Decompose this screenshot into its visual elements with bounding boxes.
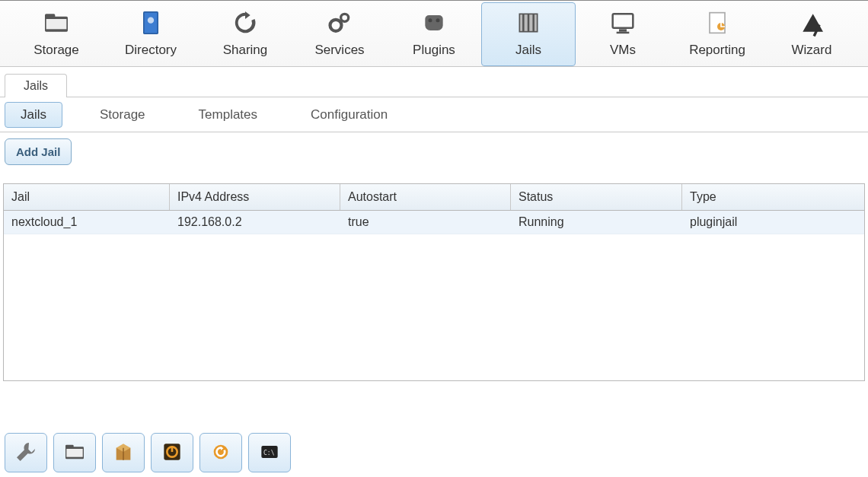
tool-directory[interactable]: Directory (104, 2, 198, 66)
wrench-icon (14, 440, 38, 466)
refresh-icon (230, 8, 260, 38)
tool-plugins-label: Plugins (413, 43, 455, 58)
grid-body: nextcloud_1 192.168.0.2 true Running plu… (4, 211, 864, 380)
tool-plugins[interactable]: Plugins (387, 2, 481, 66)
svg-text:C:\: C:\ (263, 450, 275, 456)
grid-header-row: Jail IPv4 Address Autostart Status Type (4, 184, 864, 211)
svg-rect-15 (619, 29, 627, 31)
box-icon (111, 440, 136, 466)
tool-reporting-label: Reporting (689, 43, 745, 58)
tool-services[interactable]: Services (292, 2, 387, 66)
gears-icon (324, 8, 355, 38)
actionbar: Add Jail (0, 132, 868, 183)
subtab-label: Configuration (311, 107, 388, 122)
tool-sharing-label: Sharing (223, 43, 268, 58)
subtab-templates[interactable]: Templates (183, 102, 273, 128)
page-tab-jails[interactable]: Jails (5, 74, 67, 97)
jail-upload-button[interactable] (102, 433, 145, 472)
tool-storage[interactable]: Storage (9, 2, 104, 66)
svg-point-9 (436, 18, 440, 22)
tool-wizard[interactable]: Wizard (764, 2, 859, 66)
subtab-label: Jails (21, 107, 46, 122)
tool-wizard-label: Wizard (792, 43, 832, 58)
subtabs: Jails Storage Templates Configuration (0, 97, 868, 132)
col-type[interactable]: Type (682, 184, 864, 210)
col-status[interactable]: Status (511, 184, 682, 210)
jail-shell-button[interactable]: C:\ (248, 433, 291, 472)
col-ipv4[interactable]: IPv4 Address (170, 184, 340, 210)
jail-icon (513, 8, 544, 38)
svg-rect-21 (65, 444, 74, 448)
wizard-icon (796, 8, 827, 38)
tool-vms[interactable]: VMs (576, 2, 670, 66)
cell-type: pluginjail (682, 211, 864, 234)
folder-icon (41, 8, 72, 38)
col-autostart[interactable]: Autostart (340, 184, 511, 210)
svg-point-8 (429, 18, 432, 22)
tool-sharing[interactable]: Sharing (198, 2, 292, 66)
tool-vms-label: VMs (610, 43, 636, 58)
svg-point-7 (341, 14, 349, 21)
plugin-icon (419, 8, 449, 38)
svg-rect-2 (46, 19, 67, 29)
page-tabstrip: Jails (0, 67, 868, 97)
monitor-icon (608, 8, 638, 38)
add-jail-label: Add Jail (16, 145, 60, 158)
subtab-label: Storage (100, 107, 145, 122)
svg-rect-1 (45, 14, 55, 19)
edit-jail-button[interactable] (5, 433, 47, 472)
bottom-actions: C:\ (5, 433, 291, 472)
shell-icon: C:\ (257, 440, 282, 466)
jail-restart-button[interactable] (199, 433, 242, 472)
svg-point-5 (148, 17, 154, 24)
book-icon (136, 8, 166, 38)
power-on-icon (160, 440, 184, 466)
report-icon (702, 8, 732, 38)
svg-point-6 (330, 20, 342, 31)
tool-storage-label: Storage (34, 43, 79, 58)
jails-grid: Jail IPv4 Address Autostart Status Type … (3, 183, 865, 381)
folder-icon (62, 440, 87, 466)
tool-reporting[interactable]: Reporting (670, 2, 764, 66)
table-row[interactable]: nextcloud_1 192.168.0.2 true Running plu… (4, 211, 864, 234)
cell-ipv4: 192.168.0.2 (170, 211, 340, 234)
jail-start-button[interactable] (151, 433, 193, 472)
tool-jails[interactable]: Jails (481, 2, 576, 66)
tool-services-label: Services (314, 43, 364, 58)
add-jail-button[interactable]: Add Jail (5, 138, 72, 165)
subtab-label: Templates (199, 107, 257, 122)
subtab-jails[interactable]: Jails (5, 102, 62, 128)
cell-autostart: true (340, 211, 511, 234)
restart-icon (209, 440, 233, 466)
col-jail[interactable]: Jail (4, 184, 170, 210)
tool-directory-label: Directory (125, 43, 177, 58)
subtab-configuration[interactable]: Configuration (295, 102, 404, 128)
svg-rect-14 (613, 14, 633, 27)
cell-status: Running (511, 211, 682, 234)
main-toolbar: Storage Directory Sharing Services Plugi… (0, 0, 868, 67)
jail-storage-button[interactable] (53, 433, 96, 472)
tool-jails-label: Jails (515, 43, 541, 58)
svg-rect-22 (66, 449, 82, 457)
page-tab-label: Jails (24, 79, 48, 92)
cell-jail: nextcloud_1 (4, 211, 170, 234)
svg-rect-16 (617, 32, 630, 34)
subtab-storage[interactable]: Storage (84, 102, 161, 128)
